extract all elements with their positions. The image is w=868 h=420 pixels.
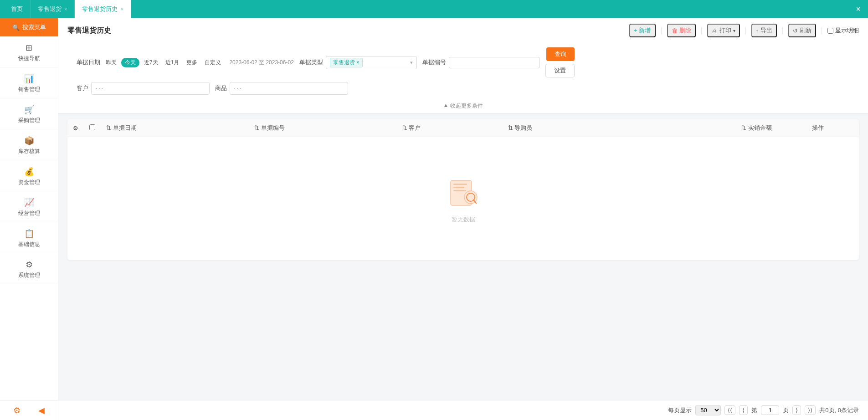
sidebar-search[interactable]: 🔍 搜索菜单 [0,18,58,36]
filter-row-2: 客户 ··· 商品 ··· [77,82,850,95]
tab-home[interactable]: 首页 [4,0,31,18]
main-layout: 🔍 搜索菜单 ⊞ 快捷导航 📊 销售管理 🛒 采购管理 📦 库存核算 💰 资金管… [0,18,868,420]
customer-input[interactable]: ··· [91,82,210,95]
print-button[interactable]: 🖨 打印 ▾ [707,24,740,37]
type-tag: 零售退货 × [330,58,363,67]
page-number-input[interactable] [761,405,779,415]
toolbar: + 新增 🗑 删除 🖨 打印 ▾ ↑ [629,24,859,37]
system-icon: ⚙ [26,260,33,270]
filter-date-item: 单据日期 昨天 今天 近7天 近1月 更多 自定义 [77,58,224,67]
sidebar-item-capital-mgmt[interactable]: 💰 资金管理 [0,160,58,191]
page-title-row: 零售退货历史 + 新增 🗑 删除 🖨 打印 ▾ [67,24,859,37]
th-checkbox[interactable] [84,119,101,137]
type-label: 单据类型 [299,58,323,67]
page-header: 零售退货历史 + 新增 🗑 删除 🖨 打印 ▾ [58,18,868,114]
delete-icon: 🗑 [672,27,678,34]
top-bar: 首页 零售退货 × 零售退货历史 × × [0,0,868,18]
sidebar-item-basic-info[interactable]: 📋 基础信息 [0,222,58,253]
sidebar: 🔍 搜索菜单 ⊞ 快捷导航 📊 销售管理 🛒 采购管理 📦 库存核算 💰 资金管… [0,18,58,420]
basic-info-icon: 📋 [24,229,34,239]
capital-icon: 💰 [24,167,34,177]
tab-close-retail-return[interactable]: × [64,6,67,12]
th-customer[interactable]: ⇅ 客户 [397,119,503,137]
print-chevron-icon: ▾ [733,28,735,33]
empty-state-icon [445,174,482,210]
tab-retail-return-history[interactable]: 零售退货历史 × [75,0,131,18]
empty-text: 暂无数据 [452,215,475,224]
pagination-bar: 每页显示 20 50 100 ⟨⟨ ⟨ 第 页 ⟩ ⟩⟩ 共0页, 0条记录 [58,400,868,420]
date-yesterday[interactable]: 昨天 [103,58,119,67]
export-icon: ↑ [756,27,759,34]
sidebar-item-operation-mgmt[interactable]: 📈 经营管理 [0,191,58,222]
th-guide[interactable]: ⇅ 导购员 [503,119,629,137]
page-first-btn[interactable]: ⟨⟨ [724,405,735,415]
sidebar-bottom: ⚙ ◀ [0,400,58,420]
toolbar-divider-4 [782,27,783,34]
th-operation: 操作 [777,119,859,137]
refresh-button[interactable]: ↺ 刷新 [788,24,816,37]
svg-rect-2 [453,187,464,188]
date-shortcuts: 昨天 今天 近7天 近1月 更多 自定义 [103,58,224,67]
add-button[interactable]: + 新增 [629,24,655,37]
settings-icon[interactable]: ⚙ [73,125,78,132]
svg-rect-3 [453,190,466,191]
page-next-btn[interactable]: ⟩ [792,405,801,415]
show-detail-checkbox-label[interactable]: 显示明细 [827,26,859,35]
toolbar-divider-3 [745,27,746,34]
collapse-sidebar-icon[interactable]: ◀ [38,405,45,415]
date-label: 单据日期 [77,58,100,67]
customer-label: 客户 [77,84,88,92]
export-button[interactable]: ↑ 导出 [751,24,777,37]
page-prev-btn[interactable]: ⟨ [739,405,748,415]
sidebar-item-quick-nav[interactable]: ⊞ 快捷导航 [0,36,58,67]
query-button[interactable]: 查询 [546,47,575,61]
goods-input[interactable]: ··· [230,82,348,95]
data-table: ⚙ ⇅ 单据日期 ⇅ 单据编号 [67,119,859,260]
date-1month[interactable]: 近1月 [163,58,182,67]
filter-date-range-item: 2023-06-02 至 2023-06-02 [229,59,293,67]
tab-close-retail-return-history[interactable]: × [120,6,123,12]
th-settings[interactable]: ⚙ [67,119,84,137]
date-today[interactable]: 今天 [121,58,139,67]
sales-icon: 📊 [24,74,34,84]
sidebar-item-purchase-mgmt[interactable]: 🛒 采购管理 [0,98,58,129]
type-tag-close-icon[interactable]: × [356,59,360,66]
goods-dots: ··· [234,84,242,92]
date-more[interactable]: 更多 [184,58,200,67]
delete-button[interactable]: 🗑 删除 [667,24,696,37]
toolbar-divider-2 [701,27,702,34]
page-title: 零售退货历史 [67,26,111,36]
refresh-icon: ↺ [793,27,798,34]
sidebar-item-sales-mgmt[interactable]: 📊 销售管理 [0,67,58,98]
top-bar-close[interactable]: × [856,5,868,14]
tab-retail-return[interactable]: 零售退货 × [31,0,75,18]
date-custom[interactable]: 自定义 [202,58,224,67]
tab-list: 首页 零售退货 × 零售退货历史 × [4,0,856,18]
sidebar-item-system-mgmt[interactable]: ⚙ 系统管理 [0,253,58,284]
date-7days[interactable]: 近7天 [141,58,161,67]
th-doc-no[interactable]: ⇅ 单据编号 [249,119,397,137]
page-size-label: 每页显示 [668,406,692,415]
toolbar-divider-5 [822,27,822,34]
page-last-btn[interactable]: ⟩⟩ [805,405,816,415]
operation-icon: 📈 [24,198,34,208]
select-all-checkbox[interactable] [89,124,95,130]
quick-nav-icon: ⊞ [26,43,32,53]
svg-rect-1 [453,184,467,185]
empty-state: 暂无数据 [67,137,859,260]
filter-docno-item: 单据编号 [422,57,540,68]
type-select-chevron-icon: ▾ [410,60,413,66]
settings-bottom-icon[interactable]: ⚙ [13,405,21,415]
table-body: 暂无数据 [67,137,859,261]
filter-type-item: 单据类型 零售退货 × ▾ [299,56,417,69]
docno-input[interactable] [449,57,540,68]
date-range-display: 2023-06-02 至 2023-06-02 [229,59,293,67]
page-size-select[interactable]: 20 50 100 [695,405,721,415]
th-doc-date[interactable]: ⇅ 单据日期 [101,119,249,137]
sidebar-item-inventory[interactable]: 📦 库存核算 [0,129,58,160]
collapse-bar[interactable]: ▲ 收起更多条件 [77,99,850,113]
collapse-icon: ▲ [443,102,449,110]
show-detail-checkbox[interactable] [827,28,833,34]
type-select[interactable]: 零售退货 × ▾ [326,56,417,69]
filter-settings-button[interactable]: 设置 [545,64,575,77]
